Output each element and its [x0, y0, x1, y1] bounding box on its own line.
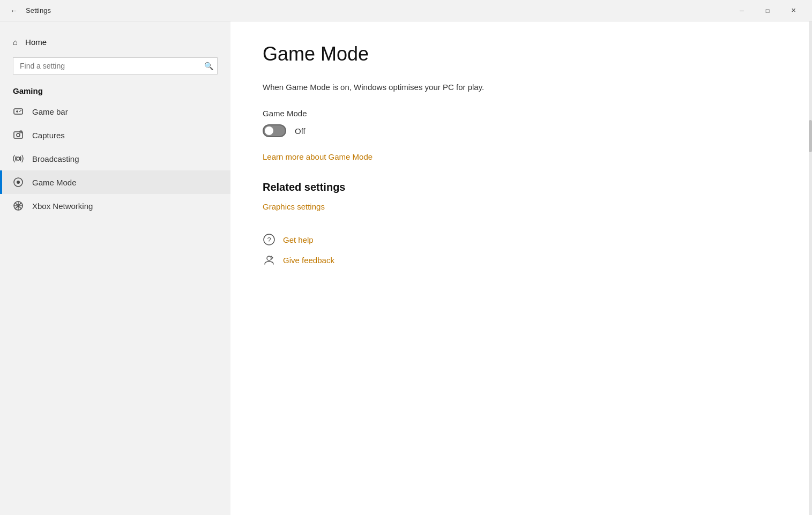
give-feedback-link[interactable]: Give feedback	[283, 256, 334, 265]
learn-more-link[interactable]: Learn more about Game Mode	[263, 152, 373, 161]
sidebar-item-game-bar-label: Game bar	[32, 107, 68, 116]
scrollbar-thumb[interactable]	[809, 120, 812, 152]
xbox-networking-icon	[13, 200, 24, 211]
toggle-state-label: Off	[295, 126, 306, 136]
get-help-icon: ?	[263, 233, 275, 246]
svg-point-4	[20, 110, 21, 111]
page-description: When Game Mode is on, Windows optimises …	[263, 83, 638, 92]
svg-text:?: ?	[267, 236, 271, 244]
game-mode-setting-label: Game Mode	[263, 109, 777, 118]
svg-point-8	[17, 157, 20, 160]
svg-point-10	[17, 181, 20, 184]
close-button[interactable]: ✕	[781, 2, 806, 19]
titlebar: ← Settings ─ □ ✕	[0, 0, 812, 21]
graphics-settings-link[interactable]: Graphics settings	[263, 202, 325, 211]
game-mode-icon	[13, 177, 24, 188]
sidebar-item-home[interactable]: ⌂ Home	[0, 32, 230, 52]
give-feedback-icon	[263, 253, 275, 266]
minimize-button[interactable]: ─	[729, 2, 754, 19]
svg-point-3	[19, 111, 20, 112]
home-icon: ⌂	[13, 38, 18, 47]
maximize-button[interactable]: □	[755, 2, 780, 19]
captures-icon	[13, 130, 24, 140]
content-area: Game Mode When Game Mode is on, Windows …	[230, 21, 809, 515]
toggle-knob	[265, 126, 273, 135]
sidebar-item-xbox-networking-label: Xbox Networking	[32, 201, 93, 211]
sidebar-section-title: Gaming	[0, 83, 230, 100]
game-mode-toggle[interactable]	[263, 124, 286, 137]
sidebar-home-label: Home	[25, 38, 47, 47]
search-input[interactable]	[13, 57, 218, 74]
main-layout: ⌂ Home 🔍 Gaming Game bar	[0, 21, 812, 515]
svg-point-16	[267, 256, 271, 260]
sidebar-item-captures[interactable]: Captures	[0, 123, 230, 147]
toggle-row: Off	[263, 124, 777, 137]
sidebar-search-container: 🔍	[13, 57, 218, 74]
back-button[interactable]: ←	[6, 3, 21, 18]
window-title: Settings	[26, 6, 51, 14]
sidebar-item-game-mode[interactable]: Game Mode	[0, 170, 230, 194]
back-icon: ←	[10, 6, 18, 15]
sidebar-item-game-mode-label: Game Mode	[32, 178, 77, 187]
related-settings-title: Related settings	[263, 181, 777, 193]
page-title: Game Mode	[263, 43, 777, 65]
search-icon[interactable]: 🔍	[204, 62, 213, 70]
sidebar-item-captures-label: Captures	[32, 131, 65, 140]
get-help-row[interactable]: ? Get help	[263, 233, 777, 246]
give-feedback-row[interactable]: Give feedback	[263, 253, 777, 266]
get-help-link[interactable]: Get help	[283, 235, 314, 244]
scrollbar[interactable]	[809, 21, 812, 515]
game-bar-icon	[13, 106, 24, 117]
sidebar-item-game-bar[interactable]: Game bar	[0, 100, 230, 123]
broadcasting-icon	[13, 153, 24, 164]
window-controls: ─ □ ✕	[729, 2, 806, 19]
sidebar-item-xbox-networking[interactable]: Xbox Networking	[0, 194, 230, 218]
sidebar-item-broadcasting-label: Broadcasting	[32, 154, 79, 163]
sidebar: ⌂ Home 🔍 Gaming Game bar	[0, 21, 230, 515]
svg-point-6	[17, 133, 20, 137]
sidebar-item-broadcasting[interactable]: Broadcasting	[0, 147, 230, 170]
